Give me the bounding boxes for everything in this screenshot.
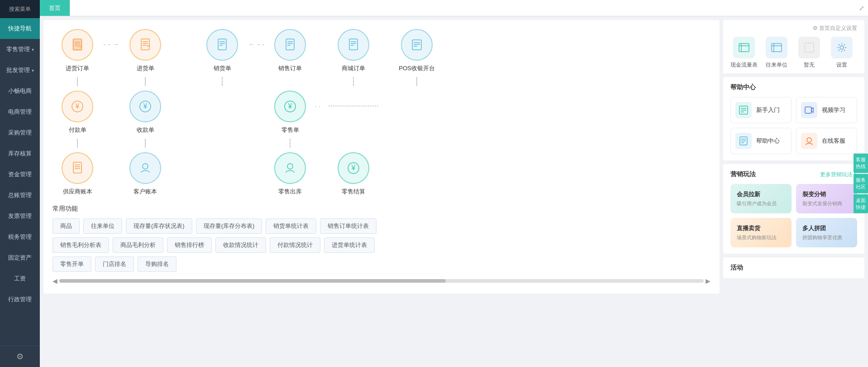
flow-node-customer-ledger[interactable]: 客户账本 bbox=[120, 152, 170, 196]
func-sales-profit[interactable]: 销售毛利分析表 bbox=[52, 237, 109, 253]
purchase-order-label: 进货订单 bbox=[66, 64, 89, 72]
func-customers[interactable]: 往来单位 bbox=[83, 218, 122, 234]
sales-label: 销货单 bbox=[214, 64, 231, 72]
shortcut-contacts[interactable]: 往来单位 bbox=[763, 37, 790, 69]
fission-card-desc: 裂变式发展分销商 bbox=[802, 200, 851, 207]
scroll-bar[interactable] bbox=[59, 279, 704, 283]
payment-icon: ¥ bbox=[62, 91, 93, 122]
marketing-card-fission[interactable]: 裂变分销 裂变式发展分销商 bbox=[796, 184, 857, 213]
expand-button[interactable]: ⤢ bbox=[859, 5, 864, 12]
sidebar-item-fixed-assets[interactable]: 固定资产 bbox=[0, 247, 40, 268]
flow-node-retail-outbound[interactable]: 零售出库 bbox=[265, 152, 315, 196]
flow-node-pos[interactable]: POS收银开台 bbox=[392, 29, 442, 72]
sidebar-item-salary[interactable]: 工资 bbox=[0, 268, 40, 289]
func-retail-order[interactable]: 零售开单 bbox=[52, 256, 91, 272]
flow-node-purchase[interactable]: 进货单 bbox=[120, 29, 170, 72]
func-goods[interactable]: 商品 bbox=[52, 218, 80, 234]
func-store-rank[interactable]: 门店排名 bbox=[95, 256, 134, 272]
flow-node-sales-order[interactable]: 销售订单 bbox=[265, 29, 315, 72]
sidebar-item-ledger[interactable]: 总账管理 bbox=[0, 185, 40, 206]
sidebar-item-purchase[interactable]: 采购管理 bbox=[0, 122, 40, 143]
sidebar-item-ecommerce-small[interactable]: 小畅电商 bbox=[0, 81, 40, 101]
settings-gear-icon[interactable]: ⚙ bbox=[0, 346, 40, 367]
sidebar-item-retail[interactable]: 零售管理 ▾ bbox=[0, 39, 40, 60]
flow-node-purchase-order[interactable]: 进货订单 bbox=[52, 29, 102, 72]
flow-node-supplier-ledger[interactable]: 供应商账本 bbox=[52, 152, 102, 196]
sidebar-item-ecommerce-mgmt[interactable]: 电商管理 bbox=[0, 101, 40, 122]
activity-title: 活动 bbox=[730, 264, 857, 272]
settings-icon bbox=[831, 37, 853, 58]
func-goods-profit[interactable]: 商品毛利分析 bbox=[113, 237, 163, 253]
customize-label[interactable]: ⚙ 首页自定义设置 bbox=[813, 24, 857, 32]
contacts-label: 往来单位 bbox=[766, 61, 787, 69]
help-item-service[interactable]: 在线客服 bbox=[796, 128, 857, 154]
scroll-left-icon[interactable]: ◀ bbox=[52, 277, 57, 285]
sidebar-item-funds[interactable]: 资金管理 bbox=[0, 164, 40, 185]
member-card-title: 会员拉新 bbox=[737, 190, 785, 198]
marketing-card-group[interactable]: 多人拼团 拼团购物享受优惠 bbox=[796, 218, 857, 247]
func-payment-stat[interactable]: 付款情况统计 bbox=[270, 237, 320, 253]
sidebar-item-tax[interactable]: 税务管理 bbox=[0, 227, 40, 247]
help-section: 帮助中心 新手入门 bbox=[723, 77, 864, 160]
flow-node-mall-order[interactable]: 商城订单 bbox=[329, 29, 378, 72]
svg-point-36 bbox=[287, 164, 293, 169]
flow-node-retail[interactable]: ¥ 零售单 bbox=[265, 91, 315, 134]
video-icon bbox=[801, 102, 817, 118]
marketing-card-member[interactable]: 会员拉新 吸引用户成为会员 bbox=[730, 184, 792, 213]
svg-text:¥: ¥ bbox=[351, 164, 356, 172]
shortcut-cashflow[interactable]: 现金流量表 bbox=[730, 37, 758, 69]
sidebar-item-quick-nav[interactable]: 快捷导航 bbox=[0, 18, 40, 39]
shortcuts-grid: 现金流量表 往来单位 bbox=[730, 37, 857, 69]
scroll-right-icon[interactable]: ▶ bbox=[706, 277, 711, 285]
func-receipt-stat[interactable]: 收款情况统计 bbox=[215, 237, 266, 253]
supplier-ledger-label: 供应商账本 bbox=[63, 188, 92, 196]
flow-node-retail-settlement[interactable]: ¥ 零售结算 bbox=[329, 152, 378, 196]
sidebar-item-admin[interactable]: 行政管理 bbox=[0, 289, 40, 310]
help-item-beginner[interactable]: 新手入门 bbox=[730, 97, 792, 123]
group-card-desc: 拼团购物享受优惠 bbox=[802, 234, 851, 241]
float-btn-community[interactable]: 服务社区 bbox=[854, 174, 868, 193]
beginner-label: 新手入门 bbox=[756, 106, 780, 114]
float-btn-desktop[interactable]: 桌面快捷 bbox=[854, 194, 868, 213]
help-item-docs[interactable]: 帮助中心 bbox=[730, 128, 792, 154]
tab-home[interactable]: 首页 bbox=[40, 0, 70, 16]
sidebar-item-label: 资金管理 bbox=[8, 170, 32, 179]
sales-order-label: 销售订单 bbox=[278, 64, 302, 72]
svg-rect-0 bbox=[72, 39, 82, 51]
svg-text:¥: ¥ bbox=[288, 102, 292, 110]
flow-node-payment[interactable]: ¥ 付款单 bbox=[52, 91, 102, 134]
search-menu[interactable]: 搜索菜单 bbox=[0, 0, 40, 18]
settings-label: 设置 bbox=[836, 61, 847, 69]
func-purchase-stat[interactable]: 进货单统计表 bbox=[324, 237, 375, 253]
shortcut-settings[interactable]: 设置 bbox=[828, 37, 855, 69]
arrow-2 bbox=[170, 44, 197, 57]
docs-label: 帮助中心 bbox=[756, 137, 780, 145]
chevron-down-icon: ▾ bbox=[32, 47, 34, 52]
none-label: 暂无 bbox=[804, 61, 815, 69]
func-sales-rank[interactable]: 销售排行榜 bbox=[167, 237, 212, 253]
shortcut-none[interactable]: 暂无 bbox=[796, 37, 823, 69]
cashflow-icon bbox=[733, 37, 755, 58]
func-sales-order-stat[interactable]: 销售订单统计表 bbox=[320, 218, 377, 234]
func-stock-dist[interactable]: 现存量(库存分布表) bbox=[196, 218, 262, 234]
live-card-title: 直播卖货 bbox=[737, 224, 785, 232]
float-btn-service[interactable]: 客服热线 bbox=[854, 154, 868, 173]
scroll-indicator: ◀ ▶ bbox=[52, 277, 711, 285]
flow-node-sales[interactable]: 销货单 bbox=[197, 29, 247, 72]
svg-text:¥: ¥ bbox=[143, 102, 148, 110]
sidebar-item-invoice[interactable]: 发票管理 bbox=[0, 206, 40, 227]
sidebar-item-wholesale[interactable]: 批发管理 ▾ bbox=[0, 60, 40, 81]
arrow-4 bbox=[315, 44, 329, 57]
func-guide-rank[interactable]: 导购排名 bbox=[138, 256, 176, 272]
marketing-section: 营销玩法 更多营销玩法 > 会员拉新 吸引用户成为会员 裂变分销 裂变式发展分销… bbox=[723, 164, 864, 254]
marketing-card-live[interactable]: 直播卖货 场景式购物新玩法 bbox=[730, 218, 792, 247]
chevron-down-icon: ▾ bbox=[32, 68, 34, 73]
svg-rect-39 bbox=[739, 43, 749, 52]
help-item-video[interactable]: 视频学习 bbox=[796, 97, 857, 123]
retail-label: 零售单 bbox=[281, 126, 299, 134]
sidebar-item-inventory[interactable]: 库存核算 bbox=[0, 143, 40, 164]
more-marketing-link[interactable]: 更多营销玩法 > bbox=[820, 171, 857, 179]
func-sales-stat[interactable]: 销货单统计表 bbox=[266, 218, 316, 234]
func-stock-status[interactable]: 现存量(库存状况表) bbox=[126, 218, 192, 234]
flow-node-receipt[interactable]: ¥ 收款单 bbox=[120, 91, 170, 134]
